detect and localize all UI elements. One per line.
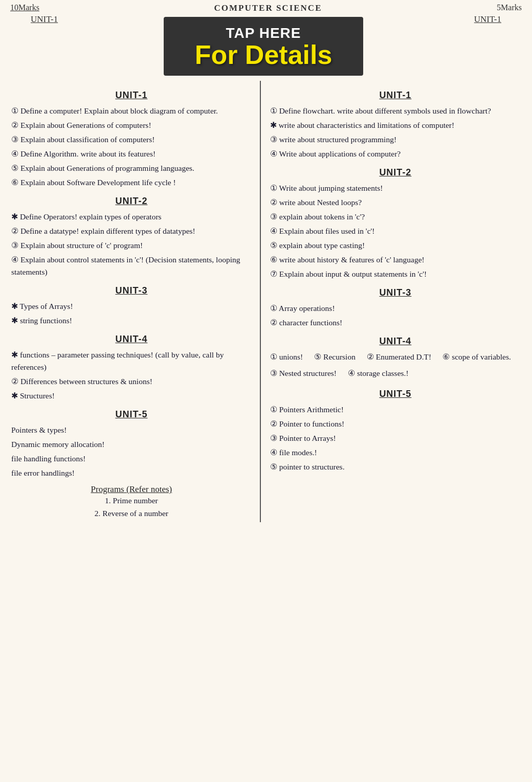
unit5-right-heading: UNIT-5: [268, 389, 523, 399]
right-u2-item5: ⑤ explain about type casting!: [268, 239, 523, 252]
left-u3-item2: ✱ string functions!: [9, 315, 254, 327]
tap-here-text: TAP HERE: [226, 25, 301, 41]
unit4-right-heading: UNIT-4: [268, 336, 523, 347]
left-u2-item1: ✱ Define Operators! explain types of ope…: [9, 211, 254, 223]
tap-banner[interactable]: TAP HERE For Details: [164, 17, 363, 76]
left-u5-item3: file handling functions!: [9, 453, 254, 465]
right-u2-item1: ① Write about jumping statements!: [268, 182, 523, 194]
right-u4-item2: ② Enumerated D.T!: [365, 351, 431, 363]
programs-title: Programs (Refer notes): [9, 484, 254, 495]
unit-left: UNIT-1: [10, 14, 58, 25]
right-u4-item3: ③ Nested structures!: [268, 367, 337, 379]
left-u1-item6: ⑥ Explain about Software Development lif…: [9, 176, 254, 189]
left-u2-item2: ② Define a datatype! explain different t…: [9, 225, 254, 237]
left-u5-item2: Dynamic memory allocation!: [9, 438, 254, 451]
unit3-right-heading: UNIT-3: [268, 287, 523, 298]
left-u1-item5: ⑤ Explain about Generations of programmi…: [9, 162, 254, 174]
right-u2-item7: ⑦ Explain about input & output statement…: [268, 268, 523, 280]
right-u1-item3: ③ write about structured programming!: [268, 133, 523, 146]
header-top: 10Marks COMPUTER SCIENCE 5Marks: [0, 0, 532, 14]
right-u5-item4: ④ file modes.!: [268, 446, 523, 459]
right-u5-item5: ⑤ pointer to structures.: [268, 461, 523, 473]
left-u1-item1: ① Define a computer! Explain about block…: [9, 105, 254, 117]
left-u4-item3: ✱ Structures!: [9, 390, 254, 402]
programs-section: Programs (Refer notes) 1. Prime number 2…: [9, 484, 254, 520]
unit4-left-heading: UNIT-4: [9, 334, 254, 345]
unit3-left-heading: UNIT-3: [9, 285, 254, 296]
page-container: 10Marks COMPUTER SCIENCE 5Marks UNIT-1 U…: [0, 0, 532, 782]
right-u1-item1: ① Define flowchart. write about differen…: [268, 105, 523, 117]
right-u5-item1: ① Pointers Arithmetic!: [268, 404, 523, 416]
left-u1-item4: ④ Define Algorithm. write about its feat…: [9, 148, 254, 160]
right-u4-item4: ④ storage classes.!: [346, 367, 409, 379]
right-u2-item2: ② write about Nested loops?: [268, 196, 523, 209]
unit1-right-heading: UNIT-1: [268, 90, 523, 101]
right-u5-item2: ② Pointer to functions!: [268, 418, 523, 430]
marks-right: 5Marks: [497, 3, 522, 13]
prog-item2: 2. Reverse of a number: [9, 507, 254, 520]
unit1-left-heading: UNIT-1: [9, 90, 254, 101]
left-column: UNIT-1 ① Define a computer! Explain abou…: [5, 81, 261, 522]
subject-label: COMPUTER SCIENCE: [214, 3, 322, 13]
right-u5-item3: ③ Pointer to Arrays!: [268, 432, 523, 444]
unit-right: UNIT-1: [474, 14, 522, 25]
two-col-content: UNIT-1 ① Define a computer! Explain abou…: [0, 81, 532, 522]
right-u2-item4: ④ Explain about files used in 'c'!: [268, 225, 523, 237]
right-u3-item1: ① Array operations!: [268, 302, 523, 315]
unit2-left-heading: UNIT-2: [9, 196, 254, 207]
prog-item1: 1. Prime number: [9, 495, 254, 507]
left-u2-item4: ④ Explain about control statements in 'c…: [9, 254, 254, 278]
right-u2-item6: ⑥ write about history & features of 'c' …: [268, 254, 523, 266]
left-u3-item1: ✱ Types of Arrays!: [9, 300, 254, 312]
right-u1-item2: ✱ write about characteristics and limita…: [268, 119, 523, 131]
left-u1-item2: ② Explain about Generations of computers…: [9, 119, 254, 131]
right-u4-item5: ⑤ Recursion: [312, 351, 356, 363]
unit5-left-heading: UNIT-5: [9, 409, 254, 420]
unit2-right-heading: UNIT-2: [268, 167, 523, 178]
left-u5-item1: Pointers & types!: [9, 424, 254, 436]
left-u4-item1: ✱ functions – parameter passing techniqu…: [9, 349, 254, 373]
right-u1-item4: ④ Write about applications of computer?: [268, 148, 523, 160]
right-u4-item6: ⑥ scope of variables.: [440, 351, 511, 363]
left-u4-item2: ② Differences between structures & union…: [9, 375, 254, 388]
marks-left: 10Marks: [10, 3, 39, 13]
left-u2-item3: ③ Explain about structure of 'c' program…: [9, 239, 254, 252]
left-u1-item3: ③ Explain about classification of comput…: [9, 133, 254, 146]
left-u5-item4: file error handlings!: [9, 467, 254, 479]
right-u3-item2: ② character functions!: [268, 317, 523, 329]
right-u4-item1: ① unions!: [268, 351, 303, 363]
banner-area: UNIT-1 UNIT-1 TAP HERE For Details: [0, 14, 532, 81]
right-u2-item3: ③ explain about tokens in 'c'?: [268, 211, 523, 223]
for-details-text: For Details: [195, 41, 332, 68]
right-column: UNIT-1 ① Define flowchart. write about d…: [261, 81, 527, 522]
